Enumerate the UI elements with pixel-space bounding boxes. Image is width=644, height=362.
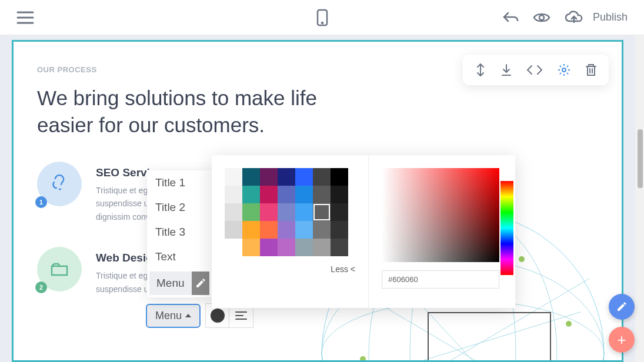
color-swatch[interactable] (225, 239, 242, 256)
preview-eye-icon[interactable] (533, 11, 550, 24)
color-swatch[interactable] (313, 239, 331, 256)
top-toolbar: Publish (0, 0, 644, 35)
svg-point-6 (562, 68, 566, 72)
color-swatch[interactable] (331, 203, 348, 221)
dropdown-item-title3[interactable]: Title 3 (147, 220, 212, 244)
color-swatch[interactable] (295, 239, 313, 256)
color-swatch[interactable] (278, 203, 295, 221)
dropdown-menu-row[interactable]: Menu (149, 272, 209, 295)
add-fab[interactable]: + (609, 327, 635, 353)
style-menu-button[interactable]: Menu (146, 304, 201, 328)
color-swatch[interactable] (225, 203, 242, 221)
dropdown-item-text[interactable]: Text (147, 244, 212, 269)
current-color-swatch (211, 309, 225, 323)
color-swatch[interactable] (225, 168, 242, 186)
color-swatch[interactable] (278, 168, 295, 186)
color-swatch[interactable] (225, 186, 242, 203)
color-swatch[interactable] (313, 186, 331, 203)
section-toolbox (463, 55, 609, 85)
color-swatch[interactable] (313, 221, 331, 239)
hex-input[interactable] (382, 270, 499, 289)
vertical-scrollbar[interactable] (635, 35, 644, 362)
undo-icon[interactable] (502, 11, 519, 25)
edit-fab[interactable] (609, 294, 635, 320)
color-swatch[interactable] (295, 186, 313, 203)
color-swatch[interactable] (260, 168, 278, 186)
color-swatch[interactable] (242, 239, 260, 256)
feature-icon: 2 (37, 247, 82, 291)
text-style-dropdown: Title 1 Title 2 Title 3 Text Menu (147, 170, 212, 297)
feature-badge: 1 (35, 196, 47, 208)
color-swatch[interactable] (278, 186, 295, 203)
svg-point-5 (539, 15, 544, 20)
color-swatch[interactable] (242, 186, 260, 203)
hero-inner-frame (428, 312, 551, 362)
pencil-icon[interactable] (192, 272, 209, 295)
trash-icon[interactable] (585, 63, 597, 77)
color-swatch[interactable] (295, 203, 313, 221)
style-menu-label: Menu (155, 310, 182, 322)
color-swatch[interactable] (295, 221, 313, 239)
dropdown-item-title2[interactable]: Title 2 (147, 195, 212, 220)
download-icon[interactable] (500, 63, 512, 76)
code-icon[interactable] (526, 64, 543, 76)
dropdown-menu-label: Menu (149, 272, 192, 294)
color-swatch[interactable] (260, 221, 278, 239)
color-picker-panel: Less < (212, 155, 515, 308)
cloud-publish-icon[interactable] (565, 11, 583, 25)
mobile-preview-icon[interactable] (316, 9, 328, 26)
section-headline[interactable]: We bring solutions to make life easier f… (37, 85, 343, 138)
color-swatch[interactable] (260, 203, 278, 221)
color-swatch[interactable] (313, 203, 331, 221)
scrollbar-thumb[interactable] (638, 129, 643, 188)
color-swatch[interactable] (242, 203, 260, 221)
dropdown-item-title1[interactable]: Title 1 (147, 170, 212, 195)
saturation-lightness-picker[interactable] (382, 168, 499, 262)
color-swatch[interactable] (260, 186, 278, 203)
svg-point-17 (519, 256, 525, 262)
color-swatch[interactable] (242, 168, 260, 186)
color-swatch[interactable] (331, 221, 348, 239)
swatch-grid (225, 168, 355, 256)
svg-point-18 (566, 321, 572, 327)
feature-icon: 1 (37, 162, 82, 206)
sl-cursor[interactable] (379, 224, 385, 230)
color-swatch[interactable] (313, 168, 331, 186)
hamburger-icon[interactable] (16, 11, 34, 25)
color-swatch[interactable] (278, 239, 295, 256)
hue-slider[interactable] (500, 181, 513, 275)
gear-icon[interactable] (557, 63, 571, 77)
less-toggle[interactable]: Less < (225, 264, 355, 274)
color-swatch[interactable] (331, 239, 348, 256)
svg-point-4 (322, 22, 323, 24)
color-swatch[interactable] (295, 168, 313, 186)
color-swatch[interactable] (331, 186, 348, 203)
move-vertical-icon[interactable] (475, 63, 486, 77)
color-swatch[interactable] (331, 168, 348, 186)
publish-label[interactable]: Publish (593, 11, 628, 24)
color-swatch[interactable] (260, 239, 278, 256)
color-swatch[interactable] (225, 221, 242, 239)
color-swatch[interactable] (278, 221, 295, 239)
caret-up-icon (185, 314, 191, 317)
svg-point-21 (360, 356, 366, 362)
feature-badge: 2 (35, 281, 47, 293)
color-swatch[interactable] (242, 221, 260, 239)
